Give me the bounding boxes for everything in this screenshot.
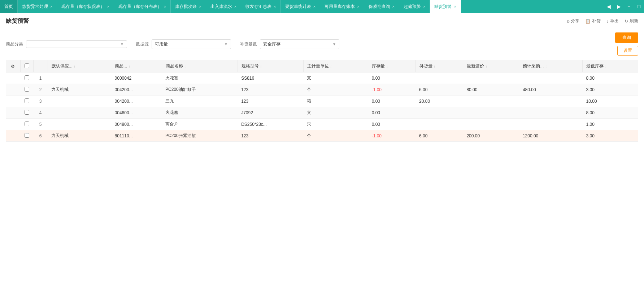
- tab-expiry[interactable]: 保质期查询×: [364, 0, 399, 13]
- th-unit[interactable]: 主计量单位 ↕: [303, 60, 368, 72]
- filter-category: 商品分类 ▼: [6, 40, 127, 48]
- th-min-stock[interactable]: 最低库存 ↕: [582, 60, 638, 72]
- th-spec[interactable]: 规格型号 ↕: [238, 60, 303, 72]
- row-spec-3: J7092: [238, 107, 303, 119]
- datasource-select[interactable]: 可用量 ▼: [152, 39, 231, 49]
- tab-label: 收发存汇总表: [245, 4, 271, 10]
- row-supplier-3: [48, 107, 111, 119]
- tab-close-avail-ledger[interactable]: ×: [357, 4, 359, 9]
- share-button[interactable]: ⎋ 分享: [567, 18, 579, 24]
- tab-stock-status[interactable]: 现存量（库存状况表）×: [57, 0, 114, 13]
- export-icon: ↓: [606, 19, 609, 24]
- row-estimated-3: [519, 107, 583, 119]
- row-settings-0: [6, 72, 20, 84]
- row-check-3[interactable]: [20, 107, 33, 119]
- tab-order-stat[interactable]: 要货单统计表×: [281, 0, 320, 13]
- datasource-arrow-icon: ▼: [224, 42, 228, 46]
- tab-scroll-right[interactable]: ▶: [614, 0, 624, 13]
- replenish-button[interactable]: 📋 补货: [585, 18, 601, 24]
- tab-stock-dist[interactable]: 现存量（库存分布表）×: [114, 0, 171, 13]
- th-latest-price[interactable]: 最新进价 ↕: [463, 60, 519, 72]
- page-header: 缺货预警 ⎋ 分享 📋 补货 ↓ 导出 ↻ 刷新: [0, 13, 644, 28]
- table-row: 1 0000042 火花塞 SS816 支 0.00 8.00: [6, 72, 638, 84]
- tab-close-shortage[interactable]: ×: [454, 4, 456, 9]
- row-supplier-5: 力天机械: [48, 130, 111, 142]
- row-estimated-1: 480.00: [519, 84, 583, 96]
- tab-batch[interactable]: 库存批次账×: [171, 0, 206, 13]
- name-sort-icon: ↕: [184, 65, 186, 68]
- tab-close-inout-flow[interactable]: ×: [234, 4, 236, 9]
- row-checkbox-5[interactable]: [25, 133, 29, 138]
- row-supplier-1: 力天机械: [48, 84, 111, 96]
- tab-collect[interactable]: 收发存汇总表×: [241, 0, 280, 13]
- replenish-base-arrow-icon: ▼: [332, 42, 336, 46]
- row-estimated-4: [519, 119, 583, 130]
- row-min-stock-0: 8.00: [582, 72, 638, 84]
- filter-area: 商品分类 ▼ 数据源 可用量 ▼ 补货基数 安全库存 ▼ 查询 设置: [0, 28, 644, 60]
- row-estimated-2: [519, 96, 583, 107]
- tab-close-batch[interactable]: ×: [199, 4, 201, 9]
- row-latest-price-3: [463, 107, 519, 119]
- row-num-1: 2: [33, 84, 48, 96]
- tab-close-expiry[interactable]: ×: [392, 4, 395, 9]
- th-supplier[interactable]: 默认供应... ↕: [48, 60, 111, 72]
- th-estimated[interactable]: 预计采购... ↕: [519, 60, 583, 72]
- tab-close-order-stat[interactable]: ×: [313, 4, 316, 9]
- tab-close-abnormal[interactable]: ×: [50, 4, 52, 9]
- row-min-stock-3: 8.00: [582, 107, 638, 119]
- row-stock-3: 0.00: [368, 107, 415, 119]
- category-select[interactable]: ▼: [26, 40, 127, 48]
- th-replenish[interactable]: 补货量 ↕: [415, 60, 463, 72]
- tab-overstock[interactable]: 超储预警×: [399, 0, 430, 13]
- row-checkbox-1[interactable]: [25, 87, 29, 92]
- row-checkbox-3[interactable]: [25, 110, 29, 115]
- row-check-1[interactable]: [20, 84, 33, 96]
- tab-inout-flow[interactable]: 出入库流水×: [206, 0, 241, 13]
- tab-close-stock-dist[interactable]: ×: [164, 4, 166, 9]
- row-check-4[interactable]: [20, 119, 33, 130]
- table-row: 3 004200... 三九 123 箱 0.00 20.00 10.00: [6, 96, 638, 107]
- replenish-icon: 📋: [585, 19, 591, 24]
- tab-scroll-left[interactable]: ◀: [604, 0, 614, 13]
- tab-close-collect[interactable]: ×: [274, 4, 276, 9]
- row-stock-4: 0.00: [368, 119, 415, 130]
- row-check-0[interactable]: [20, 72, 33, 84]
- row-checkbox-0[interactable]: [25, 75, 29, 80]
- th-code[interactable]: 商品... ↕: [111, 60, 162, 72]
- row-spec-0: SS816: [238, 72, 303, 84]
- row-replenish-4: [415, 119, 463, 130]
- th-name[interactable]: 商品名称 ↕: [162, 60, 238, 72]
- table-container: ⚙ 默认供应... ↕ 商品...: [0, 60, 644, 142]
- data-table: ⚙ 默认供应... ↕ 商品...: [6, 60, 638, 142]
- page-title: 缺货预警: [6, 17, 567, 25]
- refresh-button[interactable]: ↻ 刷新: [625, 18, 638, 24]
- spec-sort-icon: ↕: [260, 65, 262, 68]
- row-spec-2: 123: [238, 96, 303, 107]
- window-maximize[interactable]: □: [634, 0, 644, 13]
- row-checkbox-4[interactable]: [25, 122, 29, 126]
- export-button[interactable]: ↓ 导出: [606, 18, 619, 24]
- row-checkbox-2[interactable]: [25, 98, 29, 103]
- row-check-2[interactable]: [20, 96, 33, 107]
- tab-abnormal[interactable]: 炼货异常处理×: [18, 0, 57, 13]
- row-min-stock-5: 3.00: [582, 130, 638, 142]
- th-stock[interactable]: 库存量 ↕: [368, 60, 415, 72]
- settings-button[interactable]: 设置: [617, 46, 638, 56]
- query-button[interactable]: 查询: [615, 32, 638, 43]
- row-name-2: 三九: [162, 96, 238, 107]
- row-unit-1: 个: [303, 84, 368, 96]
- tab-avail-ledger[interactable]: 可用量库存账本×: [320, 0, 364, 13]
- row-min-stock-1: 3.00: [582, 84, 638, 96]
- tab-close-overstock[interactable]: ×: [423, 4, 425, 9]
- select-all-checkbox[interactable]: [25, 63, 29, 68]
- tab-close-stock-status[interactable]: ×: [107, 4, 109, 9]
- tab-shortage[interactable]: 缺货预警×: [430, 0, 461, 13]
- row-check-5[interactable]: [20, 130, 33, 142]
- tab-home[interactable]: 首页: [0, 0, 18, 13]
- replenish-base-select[interactable]: 安全库存 ▼: [260, 39, 339, 49]
- row-num-4: 5: [33, 119, 48, 130]
- table-gear-icon[interactable]: ⚙: [11, 64, 15, 69]
- replenish-sort-icon: ↕: [434, 65, 436, 68]
- window-minimize[interactable]: －: [624, 0, 634, 13]
- row-replenish-5: 6.00: [415, 130, 463, 142]
